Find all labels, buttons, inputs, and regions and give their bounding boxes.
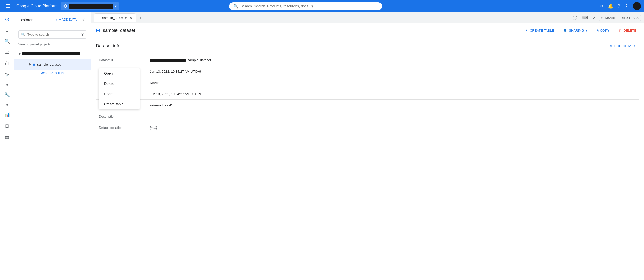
id-redacted [150,59,186,62]
add-data-button[interactable]: ＋ + ADD DATA [53,17,79,23]
add-data-icon: ＋ [55,18,58,22]
field-value-dataset-id: sample_dataset [147,55,639,66]
sharing-label: SHARING [569,29,584,32]
more-vert-icon[interactable]: ⋮ [624,3,629,9]
disable-tabs-icon: ⊘ [601,16,604,20]
collapse-panel-button[interactable]: ◁ [81,16,86,23]
bigquery-logo[interactable]: ⊙ [2,14,12,24]
project-selector[interactable]: ⚙ ████████████████ ▾ [61,2,119,10]
keyboard-icon[interactable]: ⌨ [580,14,589,22]
project-name-redacted: ████████████████ [69,4,113,9]
search-help-icon[interactable]: ? [81,32,84,37]
table-row: Data location asia-northeast1 [96,99,639,111]
search-icon: 🔍 [233,4,238,9]
table-row: Last modified Jun 13, 2022, 10:34:27 AM … [96,88,639,99]
info-icon[interactable]: ⓘ [572,14,578,22]
project-name [22,52,80,55]
transfer-nav-icon[interactable]: ⇄ [2,47,12,58]
explorer-title: Explorer [18,18,33,22]
explorer-panel: Explorer ＋ + ADD DATA ◁ 🔍 ? Viewing pinn… [14,12,91,280]
table-row: Default table expiration Never [96,77,639,88]
menu-icon[interactable]: ☰ [3,1,13,11]
notification-icon[interactable]: 🔔 [608,3,613,9]
dataset-header-actions: ＋ CREATE TABLE 👤 SHARING ▾ ⎘ COPY 🗑 DELE… [522,27,639,34]
disable-editor-tabs-button[interactable]: ⊘ DISABLE EDITOR TABS [599,15,641,21]
explorer-search-input[interactable] [27,33,79,36]
context-menu-open[interactable]: Open [99,68,140,79]
project-more-button[interactable]: ⋮ [82,50,88,57]
create-table-label: CREATE TABLE [530,29,554,32]
context-menu-share[interactable]: Share [99,89,140,99]
edit-details-button[interactable]: ✏ EDIT DETAILS [608,43,639,49]
null-value: [null] [150,126,157,130]
dataset-more-button[interactable]: ⋮ [82,60,88,68]
dataset-id-suffix: sample_dataset [188,58,211,62]
explorer-search-box[interactable]: 🔍 ? [18,30,86,39]
project-expand-icon [18,52,21,56]
field-value-creation: Jun 13, 2022, 10:34:27 AM UTC+9 [147,66,639,77]
tab-close-button[interactable]: ✕ [129,16,132,20]
context-menu-create-table[interactable]: Create table [99,99,140,109]
field-value-collation: [null] [147,122,639,133]
analytics-nav-icon[interactable]: 🔭 [2,70,12,80]
top-navigation: ☰ Google Cloud Platform ⚙ ██████████████… [0,0,644,12]
tab-dataset-icon: ⊞ [98,16,101,20]
context-menu-delete[interactable]: Delete [99,79,140,89]
help-icon[interactable]: ? [617,4,620,9]
tab-bar-actions: ⓘ ⌨ ⤢ ⊘ DISABLE EDITOR TABS [572,14,641,22]
edit-icon: ✏ [610,44,613,48]
more-results-button[interactable]: MORE RESULTS [14,70,91,77]
table-row: Dataset ID sample_dataset [96,55,639,66]
create-table-icon: ＋ [525,28,528,33]
dataset-tab[interactable]: ⊞ sample_... set ▾ ✕ [94,13,136,22]
global-search-bar[interactable]: 🔍 Search [229,2,382,10]
dot-icon-1 [6,31,8,32]
field-value-expiration: Never [147,77,639,88]
project-dropdown-icon[interactable]: ▾ [115,4,117,8]
disable-tabs-label: DISABLE EDITOR TABS [605,16,639,20]
field-value-description [147,111,639,122]
delete-icon: 🗑 [619,29,622,32]
project-row[interactable]: ⋮ [14,48,91,59]
explorer-header: Explorer ＋ + ADD DATA ◁ [14,12,91,27]
dot-icon-3 [6,104,8,106]
search-label: Search [240,4,252,8]
dataset-icon: ⊞ [33,62,36,66]
settings-nav-icon[interactable]: 🔧 [2,90,12,100]
fullscreen-icon[interactable]: ⤢ [591,14,597,22]
viewing-text: Viewing pinned projects. [14,42,91,48]
copy-label: COPY [600,29,610,32]
tab-bar: ⊞ sample_... set ▾ ✕ ＋ ⓘ ⌨ ⤢ ⊘ DISABLE E… [91,12,644,23]
clock-nav-icon[interactable]: ⏱ [2,59,12,69]
grid-nav-icon[interactable]: ▦ [2,132,12,142]
info-table: Dataset ID sample_dataset Creation time … [96,55,639,133]
chart-nav-icon[interactable]: 📊 [2,110,12,120]
app-title: Google Cloud Platform [16,4,58,8]
dataset-expand-icon [29,62,31,66]
field-label-description: Description [96,111,147,122]
dataset-header-icon: ⊞ [96,27,100,33]
copy-button[interactable]: ⎘ COPY [594,27,612,34]
dataset-row[interactable]: ⊞ sample_dataset ⋮ [14,59,91,70]
dataset-header-title: sample_dataset [103,28,135,33]
field-label-collation: Default collation [96,122,147,133]
sharing-dropdown-icon: ▾ [586,29,587,32]
dataset-header: ⊞ sample_dataset ＋ CREATE TABLE 👤 SHARIN… [91,23,644,37]
avatar[interactable] [633,2,641,10]
search-input[interactable] [254,4,378,8]
sharing-icon: 👤 [563,29,567,32]
tab-name: sample_... [102,16,118,20]
sharing-button[interactable]: 👤 SHARING ▾ [561,27,590,34]
search-box-icon: 🔍 [21,33,25,36]
context-menu: Open Delete Share Create table [99,68,140,109]
dataset-header-left: ⊞ sample_dataset [96,27,135,33]
tab-dropdown-icon[interactable]: ▾ [125,16,127,20]
email-icon[interactable]: ✉ [600,3,604,9]
table-nav-icon[interactable]: ⊞ [2,121,12,131]
create-table-button[interactable]: ＋ CREATE TABLE [522,27,557,34]
copy-icon: ⎘ [597,29,599,32]
table-row: Default collation [null] [96,122,639,133]
add-tab-button[interactable]: ＋ [137,13,144,22]
search-nav-icon[interactable]: 🔍 [2,36,12,46]
delete-button[interactable]: 🗑 DELETE [616,27,639,34]
